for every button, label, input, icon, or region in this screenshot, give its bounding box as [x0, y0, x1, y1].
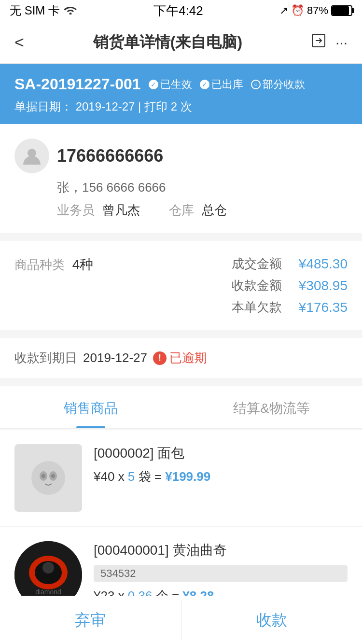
salesman-value: 曾凡杰: [102, 203, 140, 217]
check-icon-2: ✓: [200, 80, 209, 89]
print-label: 打印: [144, 100, 167, 113]
qty-1: 5: [128, 469, 135, 484]
tab-settlement-label: 结算&物流等: [233, 401, 310, 416]
deal-row: 成交金额 ¥485.30: [232, 255, 348, 272]
receive-amount: ¥308.95: [290, 278, 348, 294]
svg-point-5: [42, 474, 45, 478]
status-left: 无 SIM 卡: [10, 3, 77, 18]
print-count: 2: [171, 100, 177, 113]
customer-meta: 业务员 曾凡杰 仓库 总仓: [57, 202, 348, 219]
product-title-1: 面包: [157, 446, 184, 461]
price-val-1: ¥40: [94, 469, 114, 484]
warehouse-group: 仓库 总仓: [169, 202, 227, 219]
debt-label: 本单欠款: [232, 299, 282, 316]
type-count: 4种: [72, 257, 94, 272]
product-title-2: 黄油曲奇: [173, 543, 227, 558]
product-price-1: ¥40 x 5 袋 = ¥199.99: [94, 468, 348, 485]
type-label: 商品种类: [14, 257, 65, 272]
product-item-1: [0000002] 面包 ¥40 x 5 袋 = ¥199.99: [0, 430, 362, 527]
receive-label: 收款金额: [232, 277, 282, 294]
warehouse-value: 总仓: [202, 203, 227, 217]
debt-row: 本单欠款 ¥176.35: [232, 299, 348, 316]
customer-name: 张，156 6666 6666: [57, 179, 348, 196]
avatar: [14, 139, 49, 173]
bottom-bar: 弃审 收款: [0, 596, 362, 644]
reject-button[interactable]: 弃审: [0, 600, 181, 641]
tab-sales-products[interactable]: 销售商品: [0, 386, 181, 428]
due-section: 收款到期日 2019-12-27 ! 已逾期: [0, 338, 362, 378]
overdue-text: 已逾期: [169, 350, 207, 366]
customer-phone-row: 17666666666: [14, 139, 348, 173]
collect-button[interactable]: 收款: [181, 600, 362, 641]
svg-point-2: [31, 461, 65, 495]
svg-point-6: [51, 474, 55, 478]
order-number: SA-20191227-001: [14, 75, 141, 93]
unit-1: 袋: [139, 469, 151, 484]
svg-text:diamond: diamond: [35, 588, 61, 596]
debt-amount: ¥176.35: [290, 300, 348, 315]
eq-1: =: [154, 469, 165, 484]
deal-label: 成交金额: [232, 255, 282, 272]
share-icon[interactable]: [311, 33, 326, 51]
status-badge-1: ✓ 已生效: [149, 77, 192, 92]
customer-section: 17666666666 张，156 6666 6666 业务员 曾凡杰 仓库 总…: [0, 124, 362, 233]
product-thumbnail-1: [14, 444, 82, 512]
salesman-group: 业务员 曾凡杰: [57, 202, 140, 219]
status-time: 下午4:42: [153, 2, 203, 19]
status-badge-3: ○ 部分收款: [251, 77, 305, 92]
tab-sales-label: 销售商品: [64, 401, 118, 416]
status-right: ↗ ⏰ 87%: [279, 4, 352, 17]
product-info-1: [0000002] 面包 ¥40 x 5 袋 = ¥199.99: [94, 444, 348, 485]
product-info-2: [000400001] 黄油曲奇 534532 ¥23 x 0.36 个 = ¥…: [94, 541, 348, 604]
product-name-1: [0000002] 面包: [94, 444, 348, 462]
nav-actions: ···: [311, 33, 348, 51]
order-date: 2019-12-27: [76, 100, 135, 113]
date-label: 单据日期：: [14, 100, 72, 113]
product-name-2: [000400001] 黄油曲奇: [94, 541, 348, 560]
status-2-label: 已出库: [211, 77, 243, 92]
price-x-1: x: [118, 469, 128, 484]
page-title: 销货单详情(来自电脑): [93, 32, 242, 53]
status-bar: 无 SIM 卡 下午4:42 ↗ ⏰ 87%: [0, 0, 362, 21]
due-label: 收款到期日: [14, 350, 77, 366]
alarm-icon: ⏰: [291, 4, 304, 17]
salesman-label: 业务员: [57, 203, 95, 217]
check-icon-1: ✓: [149, 80, 158, 89]
product-image-1: [14, 444, 82, 512]
back-button[interactable]: <: [14, 33, 24, 52]
order-header-top: SA-20191227-001 ✓ 已生效 ✓ 已出库 ○ 部分收款: [14, 75, 348, 93]
receive-row: 收款金额 ¥308.95: [232, 277, 348, 294]
separator: |: [138, 100, 144, 113]
status-3-label: 部分收款: [263, 77, 305, 92]
nav-bar: < 销货单详情(来自电脑) ···: [0, 21, 362, 64]
clock-icon: ○: [251, 80, 261, 89]
stats-left: 商品种类 4种: [14, 255, 93, 274]
total-1: ¥199.99: [165, 469, 210, 484]
products-section: [0000002] 面包 ¥40 x 5 袋 = ¥199.99 diamond: [0, 430, 362, 624]
battery-icon: [331, 5, 352, 16]
status-badge-2: ✓ 已出库: [200, 77, 243, 92]
print-suffix: 次: [181, 100, 192, 113]
overdue-badge: ! 已逾期: [153, 350, 207, 366]
product-code-2: [000400001]: [94, 543, 169, 558]
status-1-label: 已生效: [160, 77, 192, 92]
battery-percent: 87%: [307, 4, 328, 17]
overdue-icon: !: [153, 351, 167, 365]
product-code-1: [0000002]: [94, 446, 154, 461]
tab-settlement[interactable]: 结算&物流等: [181, 386, 362, 428]
location-icon: ↗: [279, 4, 288, 17]
stats-section: 商品种类 4种 成交金额 ¥485.30 收款金额 ¥308.95 本单欠款 ¥…: [0, 241, 362, 330]
tabs-section: 销售商品 结算&物流等: [0, 386, 362, 429]
due-date: 2019-12-27: [83, 350, 147, 365]
svg-point-10: [42, 562, 54, 574]
order-date-row: 单据日期： 2019-12-27 | 打印 2 次: [14, 99, 348, 114]
product-tag-2: 534532: [94, 565, 348, 582]
more-icon[interactable]: ···: [335, 34, 348, 51]
stats-right: 成交金额 ¥485.30 收款金额 ¥308.95 本单欠款 ¥176.35: [232, 255, 348, 316]
deal-amount: ¥485.30: [290, 256, 348, 272]
warehouse-label: 仓库: [169, 203, 194, 217]
customer-phone: 17666666666: [57, 146, 163, 166]
order-header: SA-20191227-001 ✓ 已生效 ✓ 已出库 ○ 部分收款 单据日期：…: [0, 64, 362, 124]
carrier-text: 无 SIM 卡: [10, 3, 60, 18]
wifi-icon: [64, 4, 77, 17]
